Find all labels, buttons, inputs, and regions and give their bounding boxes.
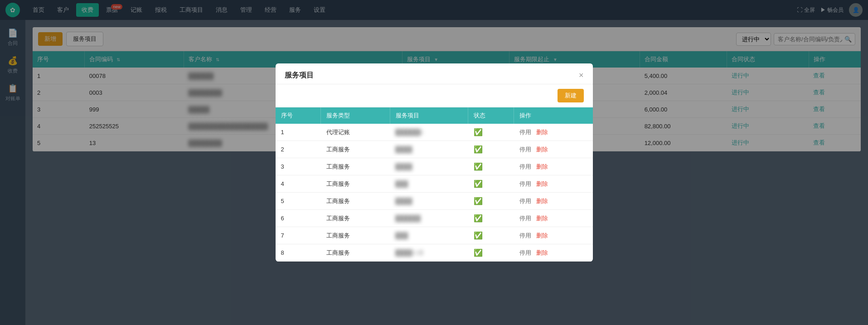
- modal-cell-no: 1: [276, 124, 321, 141]
- modal-cell-no: 6: [276, 210, 321, 227]
- modal-cell-item: ██████1: [390, 124, 468, 141]
- modal-close-button[interactable]: ×: [579, 71, 584, 80]
- modal-cell-item: ████: [390, 158, 468, 175]
- modal-cell-no: 3: [276, 158, 321, 175]
- status-check-icon: ✅: [474, 128, 483, 136]
- list-item: 1 代理记账 ██████1 ✅ 停用 删除: [276, 124, 593, 141]
- modal-cell-type: 工商服务: [321, 158, 390, 175]
- modal-cell-no: 4: [276, 175, 321, 193]
- status-check-icon: ✅: [474, 163, 483, 170]
- modal-toolbar: 新建: [276, 84, 593, 107]
- modal-cell-ops[interactable]: 停用 删除: [514, 193, 593, 210]
- modal-cell-ops[interactable]: 停用 删除: [514, 141, 593, 158]
- status-check-icon: ✅: [474, 197, 483, 205]
- modal-body: 序号 服务类型 服务项目 状态 操作 1 代理记账 ██████1 ✅ 停用 删…: [276, 107, 593, 262]
- delete-button[interactable]: 删除: [536, 129, 548, 136]
- modal-cell-status: ✅: [468, 210, 514, 227]
- modal-cell-type: 工商服务: [321, 227, 390, 244]
- modal-cell-ops[interactable]: 停用 删除: [514, 227, 593, 244]
- modal-cell-ops[interactable]: 停用 删除: [514, 175, 593, 193]
- modal-cell-status: ✅: [468, 244, 514, 262]
- modal-cell-no: 2: [276, 141, 321, 158]
- modal-cell-type: 工商服务: [321, 141, 390, 158]
- service-items-modal: 服务项目 × 新建 序号 服务类型 服务项目 状态 操作 1 代理记账 ████: [276, 63, 593, 262]
- disable-button[interactable]: 停用: [519, 249, 531, 256]
- status-check-icon: ✅: [474, 146, 483, 153]
- modal-cell-no: 7: [276, 227, 321, 244]
- delete-button[interactable]: 删除: [536, 249, 548, 256]
- disable-button[interactable]: 停用: [519, 180, 531, 187]
- modal-new-button[interactable]: 新建: [558, 89, 584, 102]
- delete-button[interactable]: 删除: [536, 180, 548, 187]
- modal-cell-status: ✅: [468, 158, 514, 175]
- modal-cell-ops[interactable]: 停用 删除: [514, 158, 593, 175]
- modal-cell-item: ████: [390, 193, 468, 210]
- modal-col-item: 服务项目: [390, 107, 468, 124]
- list-item: 6 工商服务 ██████ ✅ 停用 删除: [276, 210, 593, 227]
- modal-cell-item: ███: [390, 227, 468, 244]
- modal-cell-type: 工商服务: [321, 244, 390, 262]
- modal-cell-status: ✅: [468, 124, 514, 141]
- modal-cell-ops[interactable]: 停用 删除: [514, 124, 593, 141]
- disable-button[interactable]: 停用: [519, 129, 531, 136]
- disable-button[interactable]: 停用: [519, 163, 531, 170]
- service-items-table: 序号 服务类型 服务项目 状态 操作 1 代理记账 ██████1 ✅ 停用 删…: [276, 107, 593, 262]
- modal-cell-item: ███: [390, 175, 468, 193]
- modal-col-no: 序号: [276, 107, 321, 124]
- modal-col-type: 服务类型: [321, 107, 390, 124]
- modal-cell-type: 工商服务: [321, 193, 390, 210]
- list-item: 8 工商服务 ████注册 ✅ 停用 删除: [276, 244, 593, 262]
- status-check-icon: ✅: [474, 232, 483, 239]
- disable-button[interactable]: 停用: [519, 215, 531, 222]
- modal-cell-ops[interactable]: 停用 删除: [514, 210, 593, 227]
- modal-col-status: 状态: [468, 107, 514, 124]
- modal-cell-status: ✅: [468, 227, 514, 244]
- modal-col-action: 操作: [514, 107, 593, 124]
- delete-button[interactable]: 删除: [536, 232, 548, 239]
- disable-button[interactable]: 停用: [519, 146, 531, 153]
- modal-cell-type: 代理记账: [321, 124, 390, 141]
- delete-button[interactable]: 删除: [536, 146, 548, 153]
- modal-header: 服务项目 ×: [276, 63, 593, 84]
- list-item: 3 工商服务 ████ ✅ 停用 删除: [276, 158, 593, 175]
- delete-button[interactable]: 删除: [536, 163, 548, 170]
- status-check-icon: ✅: [474, 180, 483, 188]
- modal-cell-status: ✅: [468, 175, 514, 193]
- modal-cell-item: ████注册: [390, 244, 468, 262]
- modal-overlay[interactable]: 服务项目 × 新建 序号 服务类型 服务项目 状态 操作 1 代理记账 ████: [0, 0, 868, 325]
- modal-cell-no: 8: [276, 244, 321, 262]
- status-check-icon: ✅: [474, 214, 483, 222]
- modal-cell-item: ████: [390, 141, 468, 158]
- modal-cell-type: 工商服务: [321, 175, 390, 193]
- modal-cell-status: ✅: [468, 141, 514, 158]
- modal-cell-status: ✅: [468, 193, 514, 210]
- delete-button[interactable]: 删除: [536, 215, 548, 222]
- disable-button[interactable]: 停用: [519, 232, 531, 239]
- status-check-icon: ✅: [474, 249, 483, 257]
- list-item: 7 工商服务 ███ ✅ 停用 删除: [276, 227, 593, 244]
- list-item: 5 工商服务 ████ ✅ 停用 删除: [276, 193, 593, 210]
- delete-button[interactable]: 删除: [536, 198, 548, 204]
- modal-cell-item: ██████: [390, 210, 468, 227]
- list-item: 2 工商服务 ████ ✅ 停用 删除: [276, 141, 593, 158]
- list-item: 4 工商服务 ███ ✅ 停用 删除: [276, 175, 593, 193]
- modal-cell-ops[interactable]: 停用 删除: [514, 244, 593, 262]
- disable-button[interactable]: 停用: [519, 198, 531, 204]
- modal-title: 服务项目: [285, 71, 314, 80]
- modal-cell-type: 工商服务: [321, 210, 390, 227]
- modal-cell-no: 5: [276, 193, 321, 210]
